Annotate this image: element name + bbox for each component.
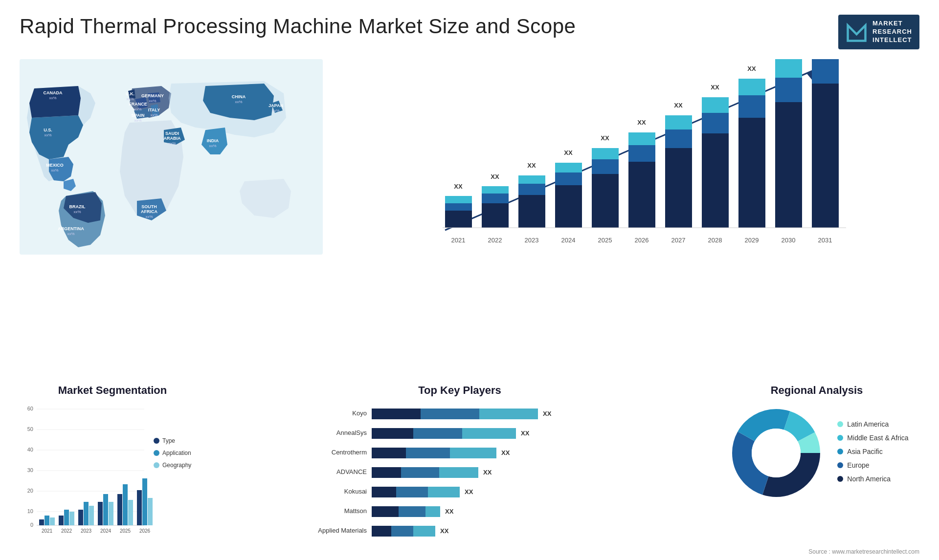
svg-text:BRAZIL: BRAZIL	[69, 204, 86, 209]
svg-rect-54	[555, 163, 582, 172]
svg-rect-62	[628, 162, 655, 228]
svg-text:xx%: xx%	[73, 210, 81, 214]
svg-rect-110	[64, 510, 69, 525]
svg-rect-151	[372, 467, 401, 478]
svg-rect-109	[59, 516, 64, 525]
svg-rect-74	[702, 97, 729, 113]
svg-text:xx%: xx%	[209, 144, 216, 148]
svg-text:ADVANCE: ADVANCE	[336, 468, 367, 475]
svg-text:xx%: xx%	[134, 107, 141, 111]
svg-text:2024: 2024	[100, 528, 112, 534]
svg-rect-119	[109, 502, 113, 525]
svg-text:2028: 2028	[708, 237, 722, 244]
svg-text:Centrotherm: Centrotherm	[332, 449, 367, 456]
svg-text:50: 50	[27, 426, 33, 432]
svg-rect-111	[69, 512, 74, 525]
svg-text:ARABIA: ARABIA	[164, 136, 181, 141]
svg-text:xx%: xx%	[49, 96, 56, 100]
svg-rect-142	[413, 428, 462, 439]
svg-text:MEXICO: MEXICO	[46, 163, 64, 168]
segmentation-section: Market Segmentation 60 50 40 30 20 10 0	[20, 384, 205, 550]
svg-text:XX: XX	[543, 410, 552, 417]
svg-rect-84	[775, 59, 802, 78]
svg-text:xx%: xx%	[235, 100, 242, 104]
svg-text:XX: XX	[483, 469, 492, 476]
north-america-label: North America	[847, 475, 891, 483]
svg-text:AFRICA: AFRICA	[141, 209, 157, 214]
svg-rect-114	[84, 502, 89, 525]
svg-text:xx%: xx%	[44, 133, 51, 137]
segmentation-chart-svg: 60 50 40 30 20 10 0	[20, 402, 205, 538]
svg-rect-167	[391, 526, 413, 537]
svg-rect-141	[372, 428, 413, 439]
svg-rect-115	[89, 506, 94, 525]
svg-text:2026: 2026	[635, 237, 649, 244]
svg-rect-48	[518, 184, 545, 195]
regional-title: Regional Analysis	[714, 384, 919, 397]
svg-rect-59	[592, 148, 619, 159]
players-chart: Koyo XX AnnealSys XX Centrotherm	[215, 402, 704, 545]
donut-chart-svg	[725, 402, 827, 504]
legend-north-america: North America	[837, 475, 908, 483]
svg-text:xx%: xx%	[168, 141, 176, 146]
logo-text: MARKET RESEARCH INTELLECT	[872, 20, 912, 44]
svg-rect-166	[372, 526, 391, 537]
source-text: Source : www.marketresearchintellect.com	[808, 548, 919, 555]
svg-text:CHINA: CHINA	[232, 94, 246, 99]
svg-text:xx%: xx%	[272, 108, 279, 113]
svg-rect-153	[439, 467, 478, 478]
svg-rect-82	[775, 102, 802, 228]
legend-middle-east-africa: Middle East & Africa	[837, 434, 908, 442]
svg-rect-127	[148, 498, 153, 525]
svg-text:U.K.: U.K.	[126, 91, 134, 96]
svg-text:20: 20	[27, 488, 33, 494]
svg-text:2021: 2021	[451, 237, 466, 244]
svg-text:2022: 2022	[61, 528, 72, 534]
svg-rect-49	[518, 175, 545, 184]
svg-rect-161	[372, 506, 399, 517]
svg-rect-152	[401, 467, 439, 478]
svg-rect-146	[372, 448, 406, 458]
legend-europe: Europe	[837, 461, 908, 469]
svg-text:XX: XX	[637, 119, 646, 126]
svg-rect-38	[445, 203, 472, 211]
svg-text:Applied Materials: Applied Materials	[318, 527, 367, 534]
svg-rect-68	[665, 129, 692, 148]
main-content: CANADA xx% U.S. xx% MEXICO xx% BRAZIL xx…	[20, 59, 919, 379]
svg-text:2030: 2030	[782, 237, 796, 244]
svg-rect-72	[702, 133, 729, 228]
svg-text:xx%: xx%	[126, 97, 134, 101]
key-players-section: Top Key Players Koyo XX AnnealSys XX	[215, 384, 704, 550]
svg-text:CANADA: CANADA	[44, 90, 63, 95]
svg-text:xx%: xx%	[67, 232, 74, 236]
svg-text:SAUDI: SAUDI	[165, 131, 179, 136]
svg-text:Kokusai: Kokusai	[344, 488, 367, 495]
svg-rect-78	[738, 95, 765, 118]
bar-chart-area: XX XX 2021 XX 2022	[333, 59, 919, 255]
svg-rect-122	[123, 484, 128, 525]
svg-text:ITALY: ITALY	[148, 108, 160, 112]
svg-text:40: 40	[27, 447, 33, 452]
svg-rect-157	[396, 487, 428, 497]
svg-text:XX: XX	[491, 173, 499, 180]
svg-text:60: 60	[27, 406, 33, 411]
svg-marker-0	[848, 25, 866, 41]
logo-container: MARKET RESEARCH INTELLECT	[838, 15, 919, 49]
svg-rect-88	[812, 59, 839, 84]
svg-rect-158	[428, 487, 460, 497]
svg-text:Koyo: Koyo	[352, 409, 367, 417]
svg-text:2024: 2024	[561, 237, 576, 244]
svg-point-131	[154, 450, 159, 456]
page-title: Rapid Thermal Processing Machine Market …	[20, 15, 576, 38]
svg-text:2023: 2023	[81, 528, 92, 534]
header: Rapid Thermal Processing Machine Market …	[20, 15, 919, 49]
svg-rect-67	[665, 148, 692, 228]
svg-text:XX: XX	[674, 102, 683, 109]
segmentation-title: Market Segmentation	[20, 384, 205, 397]
svg-rect-136	[372, 409, 421, 419]
svg-rect-57	[592, 174, 619, 228]
svg-text:FRANCE: FRANCE	[129, 102, 147, 107]
svg-text:XX: XX	[465, 488, 473, 495]
svg-rect-106	[45, 516, 49, 525]
main-bar-chart-svg: XX XX 2021 XX 2022	[333, 59, 919, 255]
